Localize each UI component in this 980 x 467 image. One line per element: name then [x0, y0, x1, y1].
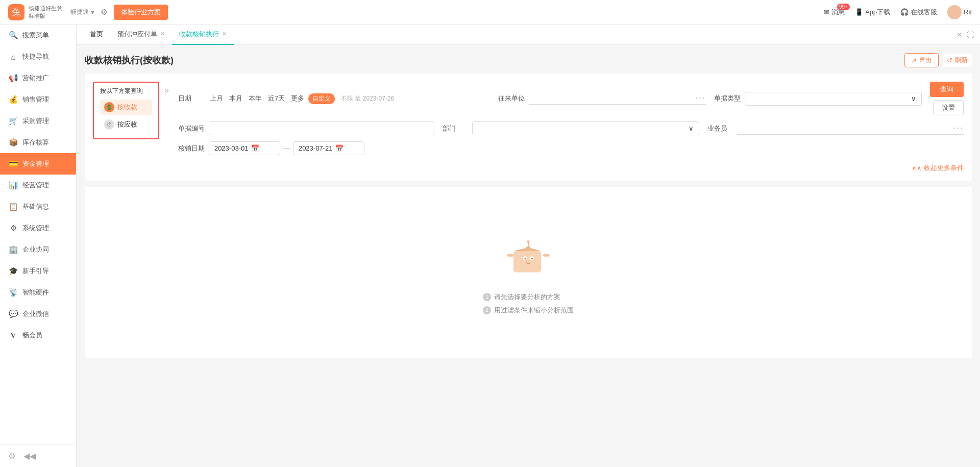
sidebar-item-wechat[interactable]: 💬 企业微信 — [0, 303, 76, 325]
sidebar-item-label: 畅会员 — [22, 331, 42, 340]
topbar-gear-icon[interactable]: ⚙ — [101, 7, 108, 17]
tab-receipt-label: 收款核销执行 — [179, 30, 219, 39]
filter-writeoff-label: 核销日期 — [178, 144, 205, 153]
collapse-left-btn[interactable]: » — [161, 84, 172, 97]
online-service-icon: 🎧 — [900, 8, 909, 16]
settings-button[interactable]: 设置 — [933, 100, 964, 115]
shortcut-last-month[interactable]: 上月 — [208, 93, 225, 104]
shortcut-more[interactable]: 更多 — [289, 93, 306, 104]
empty-tip-text-2: 用过滤条件来缩小分析范围 — [494, 304, 574, 317]
tab-close-all-btn[interactable]: ✕ — [957, 31, 963, 39]
query-button[interactable]: 查询 — [930, 82, 964, 97]
filter-date-group: 日期 上月 本月 本年 近7天 更多 自定义 不限 至 2023-07-26 — [178, 93, 490, 104]
sidebar-item-finance[interactable]: 💳 资金管理 — [0, 153, 76, 175]
doctype-chevron-icon: ∨ — [911, 95, 916, 103]
export-icon: ↗ — [911, 57, 917, 64]
page-title: 收款核销执行(按收款) — [85, 54, 174, 66]
empty-illustration — [503, 228, 554, 279]
filter-department-label: 部门 — [443, 124, 468, 133]
tab-home-label: 首页 — [90, 30, 103, 39]
sidebar-item-label: 资金管理 — [22, 159, 49, 168]
writeoff-end-input[interactable]: 2023-07-21 📅 — [293, 141, 364, 155]
sales-icon: 💰 — [8, 95, 18, 104]
tip-num-1: 1 — [483, 293, 491, 301]
writeoff-start-input[interactable]: 2023-03-01 📅 — [209, 141, 280, 155]
svg-rect-10 — [507, 254, 513, 257]
shortcut-last-7days[interactable]: 近7天 — [266, 93, 287, 104]
sidebar-item-inventory[interactable]: 📦 库存核算 — [0, 132, 76, 153]
shortcut-this-year[interactable]: 本年 — [247, 93, 264, 104]
filter-docnumber-group: 单据编号 — [178, 121, 434, 135]
salesperson-input[interactable] — [737, 123, 953, 133]
message-btn[interactable]: ✉ 消息 99+ — [824, 8, 845, 17]
counterparty-input[interactable] — [529, 93, 695, 103]
sidebar-item-label: 快捷导航 — [22, 52, 49, 61]
filter-salesperson-label: 业务员 — [707, 124, 733, 133]
shortcut-custom[interactable]: 自定义 — [308, 93, 335, 104]
sidebar-item-purchase[interactable]: 🛒 采购管理 — [0, 110, 76, 132]
svg-rect-3 — [526, 247, 530, 251]
tab-expand-btn[interactable]: ⛶ — [967, 31, 974, 39]
tab-prepay-close[interactable]: ✕ — [160, 31, 165, 37]
solution-button[interactable]: 体验行业方案 — [114, 5, 168, 20]
tab-prepay-reconcile[interactable]: 预付冲应付单 ✕ — [110, 24, 172, 45]
svg-point-9 — [527, 240, 530, 243]
sidebar-item-business[interactable]: 📊 经营管理 — [0, 175, 76, 196]
sidebar-item-label: 系统管理 — [22, 224, 49, 233]
sidebar-collapse-icon[interactable]: ◀◀ — [23, 451, 36, 461]
sidebar-item-quick-nav[interactable]: ⌂ 快捷导航 — [0, 46, 76, 67]
empty-tip-row-1: 1 请先选择要分析的方案 — [483, 290, 574, 304]
department-chevron-icon: ∨ — [689, 125, 694, 132]
sidebar-item-system[interactable]: ⚙ 系统管理 — [0, 217, 76, 239]
filter-doctype-group: 单据类型 ∨ — [714, 92, 922, 106]
filter-doctype-label: 单据类型 — [714, 94, 741, 103]
shortcut-this-month[interactable]: 本月 — [227, 93, 244, 104]
calendar-start-icon: 📅 — [251, 144, 259, 152]
tab-receipt-writeoff[interactable]: 收款核销执行 ✕ — [172, 24, 234, 45]
collapse-more-btn[interactable]: ∧∧ 收起更多条件 — [178, 163, 964, 173]
topbar-dropdown-btn[interactable]: ▾ — [91, 8, 94, 16]
filter-option-by-receivable[interactable]: ⏱ 按应收 — [100, 117, 152, 132]
svg-marker-2 — [530, 248, 541, 251]
wechat-icon: 💬 — [8, 309, 18, 318]
sidebar-settings-icon[interactable]: ⚙ — [8, 451, 15, 461]
sidebar-item-smart-hw[interactable]: 📡 智能硬件 — [0, 282, 76, 303]
refresh-button[interactable]: ↺ 刷新 — [943, 54, 972, 67]
app-name: 畅捷通好生意 — [29, 5, 62, 12]
svg-rect-0 — [513, 251, 541, 273]
sidebar-item-guide[interactable]: 🎓 新手引导 — [0, 260, 76, 282]
svg-point-6 — [525, 258, 526, 259]
sidebar-item-label: 企业微信 — [22, 309, 49, 318]
sidebar-item-member[interactable]: V 畅会员 — [0, 325, 76, 346]
logo-area: 兔 畅捷通好生意 标准版 — [8, 4, 62, 20]
sidebar-item-marketing[interactable]: 📢 营销推广 — [0, 67, 76, 89]
tab-home[interactable]: 首页 — [83, 24, 110, 45]
filter-salesperson-group: 业务员 ··· — [707, 122, 964, 135]
writeoff-date-range: 2023-03-01 📅 — 2023-07-21 📅 — [209, 141, 364, 155]
sidebar-item-label: 采购管理 — [22, 116, 49, 126]
sidebar-item-sales[interactable]: 💰 销售管理 — [0, 89, 76, 110]
topbar: 兔 畅捷通好生意 标准版 畅捷通 ▾ ⚙ 体验行业方案 ✉ 消息 99+ 📱 A… — [0, 0, 980, 24]
by-receipt-label: 按收款 — [117, 103, 137, 112]
sidebar-item-enterprise[interactable]: 🏢 企业协同 — [0, 239, 76, 260]
sidebar-item-basic-info[interactable]: 📋 基础信息 — [0, 196, 76, 217]
member-icon: V — [8, 331, 18, 340]
doc-number-input[interactable] — [209, 121, 434, 135]
department-select[interactable]: ∨ — [472, 121, 699, 135]
sidebar-item-label: 基础信息 — [22, 202, 49, 211]
export-button[interactable]: ↗ 导出 — [904, 53, 939, 67]
online-service-btn[interactable]: 🎧 在线客服 — [900, 8, 937, 17]
sidebar-item-label: 企业协同 — [22, 245, 49, 254]
app-download-icon: 📱 — [855, 8, 863, 16]
doctype-select[interactable]: ∨ — [745, 92, 922, 106]
sidebar-item-search-menu[interactable]: 🔍 搜索菜单 — [0, 24, 76, 46]
tab-receipt-close[interactable]: ✕ — [222, 31, 227, 37]
filter-panel: 按以下方案查询 💲 按收款 ⏱ 按应收 » — [85, 73, 972, 181]
salesperson-more-btn[interactable]: ··· — [953, 122, 964, 133]
app-download-btn[interactable]: 📱 App下载 — [855, 8, 890, 17]
user-avatar-area[interactable]: Rit — [947, 5, 972, 19]
tab-prepay-label: 预付冲应付单 — [117, 30, 157, 39]
enterprise-icon: 🏢 — [8, 245, 18, 254]
filter-option-by-receipt[interactable]: 💲 按收款 — [100, 100, 152, 115]
counterparty-more-btn[interactable]: ··· — [695, 92, 706, 103]
